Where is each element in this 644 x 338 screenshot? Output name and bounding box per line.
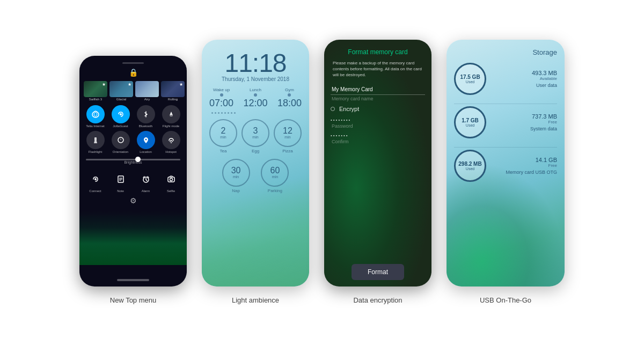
- svg-point-12: [170, 178, 172, 181]
- wallpaper-label-sailfish: Sailfish 3: [84, 98, 107, 101]
- timer-egg-min: 3: [253, 127, 258, 135]
- memory-card-value: My Memory Card: [331, 84, 425, 95]
- timer-egg[interactable]: 3 min Egg: [241, 119, 269, 153]
- orientation-icon: [112, 131, 130, 149]
- alarm-gym[interactable]: Gym 18:00: [277, 87, 302, 109]
- phone3-device: Format memory card Please make a backup …: [324, 40, 431, 286]
- phone1-top-bar: [122, 62, 144, 64]
- format-button[interactable]: Format: [352, 264, 404, 280]
- timer-nap-unit: min: [233, 175, 239, 179]
- timer-tea-name: Tea: [209, 149, 237, 153]
- timer-parking-min: 60: [270, 166, 280, 175]
- bottom-selfie[interactable]: Selfie: [159, 170, 182, 193]
- confirm-placeholder: Confirm: [331, 138, 425, 145]
- timer-parking-unit: min: [272, 175, 278, 179]
- selfie-label: Selfie: [167, 189, 175, 193]
- toggle-location[interactable]: Location: [134, 131, 157, 153]
- toggle-flashlight[interactable]: Flashlight: [84, 131, 107, 153]
- timer-pizza-min: 12: [283, 127, 292, 135]
- alarm-wakeup[interactable]: Wake up 07:00: [209, 87, 233, 109]
- memory-card-field: My Memory Card Memory card name: [331, 84, 425, 102]
- password-placeholder: Password: [331, 122, 425, 130]
- svg-point-2: [118, 137, 123, 143]
- storage-circle-memcard: 298.2 MB Used: [454, 150, 486, 182]
- storage-divider-2: [454, 147, 557, 148]
- phone3-screen: Format memory card Please make a backup …: [324, 40, 431, 286]
- memory-card-placeholder: Memory card name: [331, 95, 425, 102]
- storage-memcard-free-val: 14.1 GB: [491, 157, 557, 163]
- timer-pizza[interactable]: 12 min Pizza: [274, 119, 302, 153]
- storage-row-memcard: 298.2 MB Used 14.1 GB Free Memory card U…: [454, 150, 557, 182]
- timer-tea[interactable]: 2 min Tea: [209, 119, 237, 153]
- storage-memcard-name: Memory card USB OTG: [491, 170, 557, 175]
- bottom-grid: Connect Note: [84, 170, 182, 193]
- storage-systemdata-used-val: 1.7 GB: [462, 117, 479, 123]
- toggle-hotspot[interactable]: Hotspot: [159, 131, 182, 153]
- wallpaper-label-rolling: Rolling: [161, 98, 185, 101]
- storage-memcard-right: 14.1 GB Free Memory card USB OTG: [486, 157, 557, 175]
- toggle-jolla[interactable]: JollaGuest: [109, 105, 132, 128]
- alarm-wakeup-name: Wake up: [213, 87, 230, 92]
- encrypt-radio[interactable]: [331, 107, 335, 111]
- brightness-knob[interactable]: [135, 157, 141, 162]
- encrypt-row: Encrypt: [331, 106, 425, 112]
- wallpaper-thumb-rolling[interactable]: ★ Rolling: [161, 81, 185, 101]
- note-icon: [112, 170, 130, 188]
- alarm-lunch-time: 12:00: [243, 98, 267, 109]
- phone4-label: USB On-The-Go: [480, 296, 531, 304]
- storage-systemdata-used-label: Used: [466, 123, 474, 127]
- settings-icon[interactable]: ⚙: [130, 196, 137, 205]
- confirm-field: ••••••• Confirm: [331, 133, 425, 145]
- storage-userdata-right: 493.3 MB Available User data: [486, 70, 557, 88]
- location-icon: [137, 131, 155, 149]
- bottom-note[interactable]: Note: [109, 170, 132, 193]
- toggle-flightmode[interactable]: Flight mode: [159, 105, 182, 128]
- brightness-label: Brightness: [86, 160, 180, 164]
- flightmode-icon: [162, 105, 180, 123]
- bottom-alarm[interactable]: Alarm: [134, 170, 157, 193]
- phone2-aurora-bg: [202, 179, 309, 286]
- alarm-lunch[interactable]: Lunch 12:00: [243, 87, 267, 109]
- phone1-section: 🔒 ★ Sailfish 3 ★ Glacial: [79, 56, 187, 304]
- storage-userdata-name: User data: [491, 83, 557, 88]
- storage-row-userdata: 17.5 GB Used 493.3 MB Available User dat…: [454, 63, 557, 95]
- phone2-label: Light ambience: [232, 296, 279, 304]
- storage-divider-1: [454, 104, 557, 104]
- bottom-connect[interactable]: Connect: [84, 170, 107, 193]
- hotspot-label: Hotspot: [165, 150, 177, 153]
- toggle-grid-row2: Flashlight Orientation: [84, 131, 182, 153]
- alarm-gym-name: Gym: [285, 87, 294, 92]
- alarm-gym-time: 18:00: [277, 98, 302, 109]
- password-dots[interactable]: ••••••••: [331, 117, 425, 122]
- star-icon-1: ★: [102, 82, 106, 87]
- format-title: Format memory card: [331, 48, 425, 56]
- brightness-slider[interactable]: [86, 159, 180, 160]
- alarm-icon: [137, 170, 155, 188]
- toggle-bluetooth[interactable]: Bluetooth: [134, 105, 157, 128]
- alarms-row: Wake up 07:00 Lunch 12:00 Gym 18:00: [209, 87, 302, 109]
- wallpaper-label-airy: Airy: [135, 98, 159, 101]
- toggle-orientation[interactable]: Orientation: [109, 131, 132, 153]
- wallpaper-thumb-airy[interactable]: Airy: [135, 81, 159, 101]
- timer-pizza-unit: min: [284, 135, 290, 139]
- connect-label: Connect: [89, 189, 101, 193]
- storage-systemdata-right: 737.3 MB Free System data: [486, 113, 557, 131]
- alarm-lunch-name: Lunch: [250, 87, 261, 92]
- phone2-device: 11:18 Thursday, 1 November 2018 Wake up …: [202, 40, 309, 286]
- timer-egg-unit: min: [252, 135, 258, 139]
- flashlight-label: Flashlight: [89, 150, 103, 153]
- confirm-dots[interactable]: •••••••: [331, 133, 425, 138]
- phone4-screen: Storage 17.5 GB Used 493.3 MB Available …: [447, 40, 565, 286]
- hotspot-icon: [162, 131, 180, 149]
- telia-label: Telia Internet: [86, 124, 104, 128]
- wallpaper-thumb-glacial[interactable]: ★ Glacial: [109, 81, 133, 101]
- phone4-section: Storage 17.5 GB Used 493.3 MB Available …: [447, 40, 565, 304]
- storage-title: Storage: [454, 48, 557, 56]
- toggle-telia[interactable]: Telia Internet: [84, 105, 107, 128]
- storage-memcard-used-label: Used: [466, 167, 474, 171]
- timer-tea-min: 2: [221, 127, 226, 135]
- connect-icon: [86, 170, 105, 188]
- wallpaper-thumb-sailfish[interactable]: ★ Sailfish 3: [84, 81, 107, 101]
- timer-tea-unit: min: [220, 135, 226, 139]
- storage-userdata-used-label: Used: [466, 80, 474, 84]
